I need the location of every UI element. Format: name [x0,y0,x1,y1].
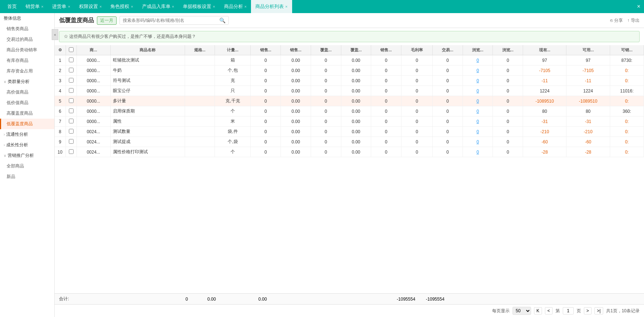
nav-product-storage[interactable]: 产成品入库单 × [138,0,178,13]
cell-browse2: 0 [493,106,523,116]
export-button[interactable]: ↑ 导出 [627,17,640,24]
nav-close-template[interactable]: × [213,4,215,9]
nav-role-auth[interactable]: 角色授权 × [106,0,137,13]
sidebar-item-inventory-funds[interactable]: 库存资金占用 [0,66,54,76]
cell-checkbox[interactable] [66,127,76,137]
cell-spec [185,127,215,137]
row-checkbox[interactable] [69,88,74,93]
cell-browse1[interactable]: 0 [463,76,493,86]
nav-purchase-order[interactable]: 进货单 × [48,0,74,13]
nav-close-permission[interactable]: × [99,4,102,9]
select-all-checkbox[interactable] [69,47,74,52]
first-page-button[interactable]: K [534,307,542,314]
row-checkbox[interactable] [69,119,74,123]
browse1-link[interactable]: 0 [476,109,479,114]
th-settings[interactable]: ⚙ [55,45,66,55]
row-checkbox[interactable] [69,108,74,113]
page-size-select[interactable]: 50 100 200 [513,307,531,315]
cell-checkbox[interactable] [66,55,76,66]
sidebar-cluster-analysis-header[interactable]: ∨ 类群量分析 [0,76,54,87]
cell-browse1[interactable]: 0 [463,106,493,116]
nav-close-purchase[interactable]: × [68,4,70,9]
sidebar-item-low-coverage[interactable]: 低覆盖度商品 [0,119,54,129]
total-sales-qty: 0 [185,297,207,302]
nav-close-product-storage[interactable]: × [172,4,174,9]
sidebar-growth-header[interactable]: › 成长性分析 [0,140,54,150]
cell-checkbox[interactable] [66,137,76,147]
sidebar-item-new-goods[interactable]: 新品 [0,171,54,182]
page-number-input[interactable] [563,307,574,314]
next-page-button[interactable]: > [584,307,592,314]
row-checkbox[interactable] [69,98,74,103]
search-input[interactable] [123,18,218,23]
search-icon[interactable]: 🔍 [219,17,225,23]
cell-browse1[interactable]: 0 [463,127,493,137]
nav-close-role[interactable]: × [131,4,133,9]
nav-template-settings[interactable]: 单据模板设置 × [178,0,219,13]
sidebar-item-category-rate[interactable]: 商品分类动销率 [0,45,54,55]
page-size-label: 每页显示 [492,308,510,314]
cell-trade: 0 [433,116,463,127]
sidebar-marketing-header[interactable]: ∨ 营销推广分析 [0,150,54,161]
cell-browse1[interactable]: 0 [463,55,493,66]
browse1-link[interactable]: 0 [476,99,479,104]
browse1-link[interactable]: 0 [476,68,479,73]
row-checkbox[interactable] [69,139,74,144]
sidebar-item-stocked-goods[interactable]: 有库存商品 [0,55,54,66]
nav-permission-settings[interactable]: 权限设置 × [75,0,106,13]
browse1-link[interactable]: 0 [476,88,479,94]
row-checkbox[interactable] [69,149,74,154]
sidebar-item-sales-goods[interactable]: 销售类商品 [0,24,54,34]
browse1-link[interactable]: 0 [476,78,479,83]
sidebar-item-high-coverage[interactable]: 高覆盖度商品 [0,108,54,119]
nav-goods-analysis[interactable]: 商品分析 × [220,0,251,13]
cell-browse1[interactable]: 0 [463,137,493,147]
row-checkbox[interactable] [69,129,74,134]
sidebar-collapse-button[interactable]: « [52,29,58,40]
sidebar-item-high-value[interactable]: 高价值商品 [0,87,54,98]
share-button[interactable]: ⎋ 分享 [610,17,623,24]
cell-checkbox[interactable] [66,86,76,96]
sidebar-item-all-goods[interactable]: 全部商品 [0,161,54,171]
cell-checkbox[interactable] [66,96,76,106]
sidebar-liquidity-header[interactable]: › 流通性分析 [0,129,54,140]
cell-checkbox[interactable] [66,116,76,127]
table-body: 1 0000... 旺辅批次测试 箱 0 0.00 0 0.00 0 0 0 0… [55,55,644,157]
nav-close-sales[interactable]: × [41,4,43,9]
sidebar-item-traded-goods[interactable]: 交易过的商品 [0,34,54,45]
last-page-button[interactable]: >| [594,307,603,314]
row-checkbox[interactable] [69,78,74,83]
cell-code: 0000... [76,55,110,66]
cell-checkbox[interactable] [66,66,76,76]
browse1-link[interactable]: 0 [476,129,479,134]
cell-browse1[interactable]: 0 [463,116,493,127]
nav-close-goods-analysis[interactable]: × [244,4,247,9]
cell-name: 眼宝公仔 [110,86,185,96]
cell-browse1[interactable]: 0 [463,96,493,106]
browse1-link[interactable]: 0 [476,58,479,63]
cell-checkbox[interactable] [66,106,76,116]
cell-checkbox[interactable] [66,76,76,86]
prev-page-button[interactable]: < [545,307,553,314]
nav-close-goods-list[interactable]: × [285,4,287,9]
nav-home[interactable]: 首页 [3,0,21,13]
nav-goods-analysis-list[interactable]: 商品分析列表 × [251,0,292,13]
page-label-before: 第 [555,308,560,314]
sidebar-item-low-value[interactable]: 低价值商品 [0,98,54,108]
period-badge[interactable]: 近一月 [97,16,117,25]
cell-browse1[interactable]: 0 [463,66,493,76]
row-checkbox[interactable] [69,68,74,72]
nav-sales-order[interactable]: 销货单 × [21,0,48,13]
nav-close-all[interactable]: × [637,3,640,10]
top-navigation: 首页 销货单 × 进货单 × 权限设置 × 角色授权 × 产成品入库单 × 单据… [0,0,644,13]
browse1-link[interactable]: 0 [476,150,479,155]
sidebar-overall-header[interactable]: 整体信息 [0,13,54,24]
row-checkbox[interactable] [69,58,74,62]
cell-browse1[interactable]: 0 [463,147,493,157]
cell-browse1[interactable]: 0 [463,86,493,96]
cell-checkbox[interactable] [66,147,76,157]
th-checkbox[interactable] [66,45,76,55]
browse1-link[interactable]: 0 [476,139,479,144]
cell-sales-num: 0 [371,86,401,96]
browse1-link[interactable]: 0 [476,119,479,124]
